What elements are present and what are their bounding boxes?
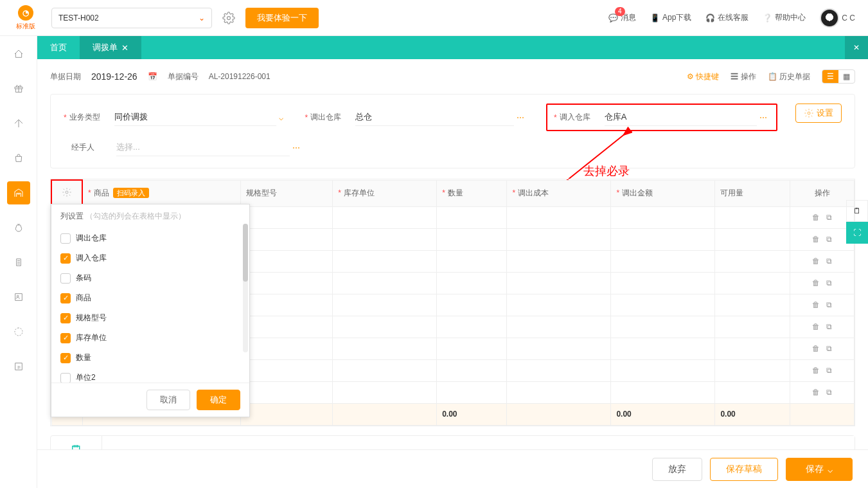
delete-icon[interactable]: 🗑	[812, 322, 820, 331]
delete-icon[interactable]: 🗑	[812, 388, 820, 397]
chevron-down-icon[interactable]: ⌵	[276, 113, 286, 122]
scan-button[interactable]: 扫码录入	[113, 188, 149, 198]
confirm-button[interactable]: 确定	[197, 390, 240, 410]
help-center-link[interactable]: ❔ 帮助中心	[763, 12, 806, 23]
svg-point-2	[66, 191, 68, 194]
delete-icon[interactable]: 🗑	[812, 235, 820, 244]
handler-field[interactable]: 经手人 选择... ⋯	[71, 139, 303, 156]
checkbox[interactable]: ✓	[60, 253, 71, 264]
copy-icon[interactable]: ⧉	[826, 213, 832, 222]
checkbox[interactable]	[60, 373, 71, 383]
online-service-link[interactable]: 🎧 在线客服	[705, 12, 748, 23]
checkbox[interactable]	[60, 273, 71, 284]
copy-icon[interactable]: ⧉	[826, 300, 832, 309]
popup-header: 列设置 （勾选的列会在表格中显示）	[51, 204, 249, 228]
delete-icon[interactable]: 🗑	[812, 366, 820, 375]
column-option[interactable]: ✓调入仓库	[60, 248, 240, 268]
column-settings-button[interactable]	[51, 180, 82, 206]
more-icon[interactable]: ⋯	[514, 113, 527, 122]
copy-icon[interactable]: ⧉	[826, 366, 832, 375]
out-warehouse-field[interactable]: * 调出仓库 总仓 ⋯	[305, 109, 527, 126]
delete-icon[interactable]: 🗑	[812, 300, 820, 309]
sidebar-item-loading[interactable]	[7, 320, 30, 343]
sidebar-item-contacts[interactable]	[7, 285, 30, 309]
column-option-label: 库存单位	[76, 332, 107, 343]
view-grid[interactable]: ▦	[838, 70, 855, 83]
history-link[interactable]: 📋 历史单据	[768, 71, 810, 82]
col-spec: 规格型号	[241, 180, 333, 206]
sidebar-item-warehouse[interactable]	[7, 181, 30, 204]
calendar-icon[interactable]: 📅	[148, 72, 157, 81]
remarks-input[interactable]	[102, 436, 855, 450]
cancel-button[interactable]: 取消	[146, 390, 190, 410]
column-option[interactable]: 调出仓库	[60, 228, 240, 248]
save-draft-button[interactable]: 保存草稿	[710, 458, 778, 481]
copy-icon[interactable]: ⧉	[826, 235, 832, 244]
fullscreen-tool[interactable]: ⛶	[846, 222, 868, 244]
delete-icon[interactable]: 🗑	[812, 213, 820, 222]
biz-type-field[interactable]: * 业务类型 同价调拨 ⌵	[64, 109, 286, 126]
copy-icon[interactable]: ⧉	[826, 278, 832, 287]
table-wrap: *商品扫码录入 规格型号 *库存单位 *数量 *调出成本 *调出金额 可用量 操…	[50, 179, 855, 426]
scrollbar-thumb[interactable]	[243, 228, 248, 282]
sidebar-item-clipboard[interactable]	[7, 251, 30, 274]
copy-icon[interactable]: ⧉	[826, 257, 832, 266]
date-value[interactable]: 2019-12-26	[91, 71, 137, 82]
sidebar-item-bag[interactable]	[7, 147, 30, 170]
close-icon[interactable]: ✕	[121, 43, 128, 53]
operate-link[interactable]: ☰ 操作	[731, 71, 756, 82]
delete-icon[interactable]: 🗑	[812, 344, 820, 353]
shortcut-link[interactable]: ⚙ 快捷键	[687, 71, 719, 82]
tabs-close-all[interactable]: ✕	[845, 36, 868, 59]
org-settings-button[interactable]	[218, 8, 239, 28]
checkbox[interactable]	[60, 233, 71, 244]
column-option[interactable]: ✓规格型号	[60, 308, 240, 328]
messages-link[interactable]: 💬 消息 4	[608, 12, 636, 23]
right-tools: 🗒 ⛶	[846, 200, 868, 244]
more-icon[interactable]: ⋯	[290, 143, 303, 152]
copy-icon[interactable]: ⧉	[826, 344, 832, 353]
trial-button[interactable]: 我要体验一下	[245, 8, 319, 28]
bag-icon	[13, 153, 24, 163]
column-option[interactable]: ✓数量	[60, 348, 240, 368]
col-unit: *库存单位	[333, 180, 437, 206]
checkbox[interactable]: ✓	[60, 333, 71, 343]
column-option[interactable]: ✓库存单位	[60, 328, 240, 348]
footer: 放弃 保存草稿 保存 ⌵	[37, 449, 868, 488]
column-option[interactable]: 单位2	[60, 368, 240, 383]
tab-home[interactable]: 首页	[37, 36, 80, 59]
view-list[interactable]: ☰	[822, 70, 838, 83]
required-mark: *	[554, 113, 557, 122]
svg-text:新: 新	[17, 365, 20, 369]
column-option[interactable]: ✓商品	[60, 288, 240, 308]
copy-icon[interactable]: ⧉	[826, 322, 832, 331]
checkbox[interactable]: ✓	[60, 353, 71, 363]
copy-icon[interactable]: ⧉	[826, 388, 832, 397]
app-download-link[interactable]: 📱 App下载	[650, 12, 691, 23]
scrollbar[interactable]	[243, 228, 248, 352]
checkbox[interactable]: ✓	[60, 293, 71, 303]
sidebar-item-home[interactable]	[7, 42, 30, 66]
tab-transfer[interactable]: 调拨单 ✕	[80, 36, 141, 59]
sidebar-item-money[interactable]	[7, 216, 30, 239]
discard-button[interactable]: 放弃	[652, 458, 702, 481]
form-settings-button[interactable]: 设置	[795, 104, 842, 123]
checkbox[interactable]: ✓	[60, 313, 71, 323]
avatar	[820, 8, 839, 28]
more-icon[interactable]: ⋯	[757, 113, 770, 122]
save-button[interactable]: 保存 ⌵	[786, 458, 853, 481]
delete-icon[interactable]: 🗑	[812, 278, 820, 287]
doc-header: 单据日期 2019-12-26 📅 单据编号 AL-20191226-001 ⚙…	[50, 69, 855, 84]
user-menu[interactable]: C C	[820, 8, 855, 28]
gear-icon	[804, 108, 814, 118]
column-option[interactable]: 条码	[60, 268, 240, 288]
popup-footer: 取消 确定	[51, 383, 249, 417]
sidebar-item-gift[interactable]	[7, 77, 30, 100]
delete-icon[interactable]: 🗑	[812, 257, 820, 266]
notes-tool[interactable]: 🗒	[846, 200, 868, 222]
in-warehouse-field[interactable]: * 调入仓库 仓库A ⋯	[546, 104, 777, 131]
sidebar-item-up[interactable]	[7, 112, 30, 135]
sidebar-item-new[interactable]: 新	[7, 355, 30, 378]
org-select[interactable]: TEST-H002 ⌄	[51, 8, 212, 28]
date-label: 单据日期	[50, 71, 81, 82]
